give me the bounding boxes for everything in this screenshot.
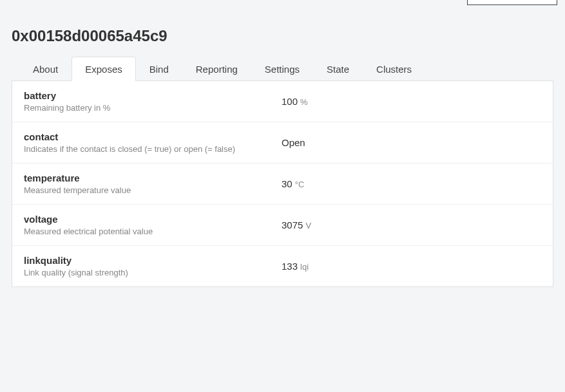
expose-value: 133 lqi (282, 261, 309, 272)
expose-value-unit: % (300, 97, 308, 107)
expose-name: linkquality (24, 255, 282, 266)
expose-row-contact: contact Indicates if the contact is clos… (12, 122, 553, 163)
expose-name: temperature (24, 173, 282, 183)
tabs: About Exposes Bind Reporting Settings St… (19, 57, 553, 81)
tab-bind[interactable]: Bind (136, 57, 182, 81)
expose-name: contact (24, 131, 282, 142)
tab-reporting[interactable]: Reporting (182, 57, 251, 81)
expose-value-number: 133 (282, 261, 298, 272)
expose-row-voltage: voltage Measured electrical potential va… (12, 205, 553, 246)
expose-description: Measured temperature value (24, 185, 282, 195)
expose-value-unit: V (305, 221, 311, 230)
expose-value: 3075 V (282, 219, 311, 230)
expose-row-battery: battery Remaining battery in % 100 % (12, 81, 553, 122)
expose-value-text: Open (282, 137, 305, 148)
expose-name: battery (24, 90, 282, 101)
expose-value-unit: °C (295, 180, 305, 189)
topbar-fragment (467, 0, 557, 5)
tab-state[interactable]: State (313, 57, 363, 81)
exposes-panel: battery Remaining battery in % 100 % con… (12, 80, 553, 287)
tab-clusters[interactable]: Clusters (363, 57, 425, 81)
expose-value: 100 % (282, 96, 308, 107)
expose-value: Open (282, 137, 308, 148)
expose-value-unit: lqi (300, 262, 309, 272)
tab-settings[interactable]: Settings (251, 57, 313, 81)
tab-about[interactable]: About (19, 57, 72, 81)
expose-description: Measured electrical potential value (24, 227, 282, 236)
expose-row-linkquality: linkquality Link quality (signal strengt… (12, 246, 553, 286)
device-title: 0x00158d00065a45c9 (12, 27, 553, 45)
expose-row-temperature: temperature Measured temperature value 3… (12, 163, 553, 205)
expose-description: Indicates if the contact is closed (= tr… (24, 144, 282, 154)
expose-value-number: 30 (282, 178, 292, 189)
expose-value: 30 °C (282, 178, 304, 189)
expose-description: Link quality (signal strength) (24, 268, 282, 277)
tab-exposes[interactable]: Exposes (72, 57, 136, 81)
expose-description: Remaining battery in % (24, 103, 282, 113)
expose-value-number: 3075 (282, 219, 303, 230)
expose-value-number: 100 (282, 96, 298, 107)
expose-name: voltage (24, 214, 282, 225)
